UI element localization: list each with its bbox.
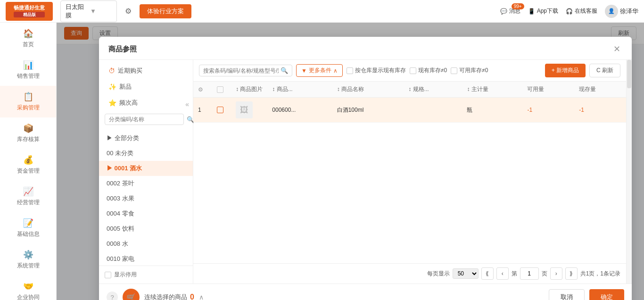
page-number-input[interactable] [520, 267, 539, 280]
filter-label: 更多条件 [309, 67, 331, 75]
col-name[interactable]: ↕ 商品名称 [332, 82, 404, 98]
category-item-0005[interactable]: 0005 饮料 [99, 221, 193, 236]
product-search-icon[interactable]: 🔍 [281, 67, 288, 74]
category-item-00[interactable]: 00 未分类 [99, 146, 193, 161]
quick-item-recent[interactable]: ⏱ 近期购买 [105, 64, 183, 78]
sidebar-item-basic-info[interactable]: 📝 基础信息 [0, 212, 56, 244]
table-scrollbar[interactable] [626, 60, 632, 283]
first-page-btn[interactable]: ⟪ [481, 267, 494, 280]
product-table-container: ⚙ ↕ 商品图片 ↕ 商品... ↕ 商品名称 [193, 82, 626, 263]
col-spec-label: ↕ 规格... [408, 86, 429, 92]
col-available[interactable]: 可用量 [522, 82, 574, 98]
filter-more-btn[interactable]: ▼ 更多条件 ∧ [296, 64, 343, 77]
app-edition: 精品版 [14, 12, 45, 18]
app-download-btn[interactable]: 📱 App下载 [528, 7, 558, 15]
col-unit-label: ↕ 主计量 [467, 86, 488, 92]
modal-close-button[interactable]: ✕ [611, 43, 622, 55]
quick-item-frequent[interactable]: ⭐ 频次高 [105, 96, 183, 110]
category-item-0003[interactable]: 0003 水果 [99, 191, 193, 206]
sidebar-label-sales: 销售管理 [17, 72, 40, 80]
available-nonzero-checkbox[interactable] [451, 67, 457, 74]
product-search-input[interactable] [203, 67, 279, 74]
select-count: 0 [190, 293, 194, 300]
product-image: 🖼 [236, 101, 253, 118]
show-disabled-checkbox[interactable] [105, 272, 111, 278]
refresh-table-btn[interactable]: C 刷新 [589, 64, 620, 77]
confirm-button[interactable]: 确定 [589, 289, 624, 300]
scrollbar-thumb[interactable] [627, 60, 631, 88]
category-0010-label: 0010 家电 [107, 255, 134, 263]
col-stock[interactable]: 现存量 [574, 82, 626, 98]
category-0005-label: 0005 饮料 [107, 225, 134, 233]
sidebar-item-operations[interactable]: 📈 经营管理 [0, 181, 56, 212]
select-all-checkbox[interactable] [217, 86, 223, 93]
home-icon: 🏠 [23, 28, 33, 39]
col-settings[interactable]: ⚙ [193, 82, 212, 98]
online-service-btn[interactable]: 🎧 在线客服 [566, 7, 597, 15]
col-unit[interactable]: ↕ 主计量 [462, 82, 522, 98]
product-table: ⚙ ↕ 商品图片 ↕ 商品... ↕ 商品名称 [193, 82, 626, 123]
sidebar-item-home[interactable]: 🏠 首页 [0, 23, 56, 54]
sidebar-item-sales[interactable]: 📊 销售管理 [0, 54, 56, 86]
prev-page-btn[interactable]: ‹ [496, 267, 509, 280]
footer-collapse-icon[interactable]: ∧ [199, 293, 204, 300]
store-name: 日太阳膜 [66, 3, 87, 20]
quick-item-new[interactable]: ✨ 新品 [105, 80, 183, 94]
left-panel: ⏱ 近期购买 ✨ 新品 ⭐ 频次高 « [99, 60, 193, 283]
category-item-0004[interactable]: 0004 零食 [99, 206, 193, 221]
user-menu[interactable]: 👤 徐泽华 [605, 5, 638, 18]
basic-info-icon: 📝 [23, 218, 33, 228]
category-item-0001[interactable]: ▶ 0001 酒水 [99, 161, 193, 176]
trial-button[interactable]: 体验行业方案 [140, 4, 191, 18]
sidebar-item-system[interactable]: ⚙️ 系统管理 [0, 244, 56, 275]
sidebar-item-inventory[interactable]: 📦 库存核算 [0, 117, 56, 149]
operations-icon: 📈 [23, 186, 33, 197]
col-code[interactable]: ↕ 商品... [267, 82, 332, 98]
product-name: 白酒100ml [337, 107, 364, 113]
sidebar-label-home: 首页 [23, 41, 34, 49]
next-page-btn[interactable]: › [550, 267, 562, 280]
cancel-button[interactable]: 取消 [549, 289, 585, 300]
add-product-btn[interactable]: + 新增商品 [545, 64, 586, 77]
row-num: 1 [193, 98, 212, 123]
sidebar-item-purchase[interactable]: 📋 采购管理 [0, 86, 56, 117]
sidebar-item-finance[interactable]: 💰 资金管理 [0, 149, 56, 181]
last-page-btn[interactable]: ⟫ [565, 267, 578, 280]
available-nonzero-checkbox-label[interactable]: 可用库存≠0 [451, 67, 488, 75]
page-word-2: 页 [542, 270, 547, 278]
per-page-select[interactable]: 50 10 20 100 [453, 268, 479, 279]
settings-icon[interactable]: ⚙ [121, 4, 136, 19]
store-selector[interactable]: 日太阳膜 ▼ [60, 0, 117, 22]
app-logo: 畅捷通好生意 精品版 [6, 2, 53, 21]
cart-icon[interactable]: 🛒 [123, 289, 140, 300]
left-panel-bottom: 显示停用 [99, 266, 193, 283]
table-row[interactable]: 1 🖼 000600... [193, 98, 626, 123]
category-item-0010[interactable]: 0010 家电 [99, 251, 193, 266]
category-0001-label: ▶ 0001 酒水 [107, 164, 142, 173]
footer-action-buttons: 取消 确定 [549, 289, 624, 300]
warehouse-display-checkbox-label[interactable]: 按仓库显示现有库存 [347, 67, 406, 75]
main-layout: 🏠 首页 📊 销售管理 📋 采购管理 📦 库存核算 💰 资金管理 📈 经营管理 … [0, 23, 644, 300]
stock-nonzero-checkbox[interactable] [410, 67, 416, 74]
category-item-0008[interactable]: 0008 水 [99, 236, 193, 251]
collapse-left-panel-btn[interactable]: « [183, 99, 191, 110]
system-icon: ⚙️ [23, 250, 33, 260]
message-btn[interactable]: 💬 消息 99+ [500, 7, 520, 15]
col-spec[interactable]: ↕ 规格... [404, 82, 462, 98]
sidebar-label-finance: 资金管理 [17, 167, 40, 175]
pagination-bar: 每页显示 50 10 20 100 ⟪ ‹ 第 页 › ⟫ [193, 263, 626, 283]
category-item-0002[interactable]: 0002 茶叶 [99, 176, 193, 191]
warehouse-display-checkbox[interactable] [347, 67, 353, 74]
row-checkbox[interactable] [217, 107, 223, 113]
column-settings-icon[interactable]: ⚙ [198, 86, 203, 93]
app-name: 畅捷通好生意 [14, 5, 45, 11]
product-code: 000600... [272, 107, 296, 113]
category-item-all[interactable]: ▶ 全部分类 [99, 131, 193, 146]
sidebar-item-enterprise[interactable]: 🤝 企业协同 [0, 275, 56, 300]
sales-icon: 📊 [23, 60, 33, 70]
product-reference-modal: 商品参照 ✕ ⏱ 近期购买 ✨ 新品 [99, 37, 632, 300]
show-disabled-toggle[interactable]: 显示停用 [105, 271, 187, 279]
stock-nonzero-checkbox-label[interactable]: 现有库存≠0 [410, 67, 447, 75]
category-search-input[interactable] [105, 114, 184, 125]
help-btn[interactable]: ? [107, 292, 118, 300]
